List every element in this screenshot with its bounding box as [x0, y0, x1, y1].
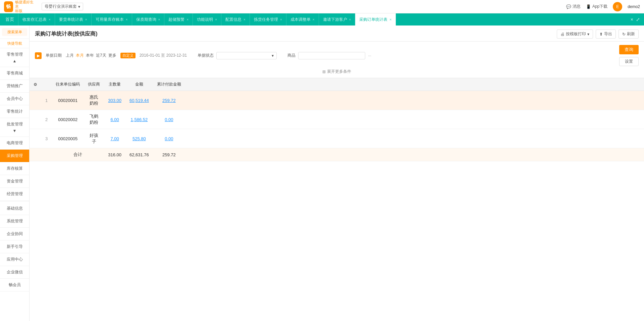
sidebar-item-wholesale[interactable]: 批发管理 ▼ — [0, 118, 29, 137]
close-icon[interactable]: × — [215, 18, 217, 21]
total-row: 合计 316.00 62,631.76 259.72 — [30, 148, 644, 161]
chevron-down-icon: ▾ — [78, 4, 80, 9]
cell-amount[interactable]: 525.80 — [125, 129, 153, 148]
sidebar-item-retail-stat[interactable]: 零售统计 — [0, 105, 29, 118]
tab-home[interactable]: 首页 — [1, 13, 18, 25]
tab-expiry[interactable]: 保质期查询 × — [132, 13, 165, 25]
tab-function[interactable]: 功能说明 × — [193, 13, 221, 25]
app-icon: 📱 — [586, 4, 591, 9]
cell-supplier: 飞鹤奶粉 — [84, 110, 104, 129]
close-icon[interactable]: × — [389, 18, 391, 21]
shortcut-last-month[interactable]: 上月 — [66, 53, 74, 58]
filter-toggle[interactable]: ▶ — [35, 52, 42, 59]
cell-rownum: 3 — [41, 129, 52, 148]
goods-input[interactable] — [298, 52, 365, 59]
cell-paid[interactable]: 0.00 — [153, 110, 185, 129]
refresh-button[interactable]: ↻ 刷新 — [619, 30, 639, 39]
query-button[interactable]: 查询 — [619, 45, 639, 54]
close-icon[interactable]: × — [85, 18, 87, 21]
message-icon: 💬 — [566, 4, 571, 9]
close-icon[interactable]: × — [280, 18, 282, 21]
maximize-icon[interactable]: ⤢ — [636, 17, 640, 22]
col-rownum — [41, 78, 52, 91]
custom-date-tag[interactable]: 自定义 — [120, 53, 136, 58]
export-button[interactable]: ⬆ 导出 — [596, 30, 616, 39]
sidebar-item-retail-shop[interactable]: 零售商城 — [0, 67, 29, 80]
app-download-button[interactable]: 📱 App下载 — [586, 4, 607, 9]
close-icon[interactable]: × — [349, 18, 351, 21]
print-icon: 🖨 — [560, 32, 565, 37]
message-button[interactable]: 💬 消息 — [566, 4, 581, 9]
close-window-icon[interactable]: × — [631, 17, 633, 22]
workspace-selector[interactable]: 母婴行业演示账套 ▾ — [42, 3, 83, 10]
sidebar-item-member[interactable]: 会员中心 — [0, 93, 29, 105]
cell-paid[interactable]: 259.72 — [153, 91, 185, 110]
page-title: 采购订单统计表(按供应商) — [35, 31, 98, 38]
tab-config[interactable]: 配置信息 × — [221, 13, 250, 25]
shortcut-7days[interactable]: 近7天 — [96, 53, 106, 58]
sidebar-item-vip[interactable]: 畅会员 — [0, 279, 29, 291]
tab-invite[interactable]: 邀请下游客户 × — [319, 13, 356, 25]
more-filters-icon[interactable]: ··· — [368, 53, 371, 58]
cell-quantity[interactable]: 303.00 — [104, 91, 125, 110]
status-select[interactable]: ▾ — [216, 52, 277, 59]
tab-actions: × ⤢ — [631, 17, 643, 22]
col-quantity: 主数量 — [104, 78, 125, 91]
avatar: E — [613, 2, 622, 11]
sidebar-item-marketing[interactable]: 营销推广 — [0, 80, 29, 93]
tab-cost-adjust[interactable]: 成本调整单 × — [286, 13, 319, 25]
close-icon[interactable]: × — [186, 18, 189, 21]
col-paid: 累计付款金额 — [153, 78, 185, 91]
cell-code: 00020001 — [52, 91, 84, 110]
print-button[interactable]: 🖨 按模板打印 ▾ — [557, 30, 593, 39]
tab-pick-task[interactable]: 拣货任务管理 × — [250, 13, 286, 25]
sidebar-item-system[interactable]: 系统管理 — [0, 215, 29, 228]
col-extra — [185, 78, 644, 91]
footer-paid: 259.72 — [153, 148, 185, 161]
date-shortcuts: 上月 本月 本年 近7天 更多 — [66, 53, 116, 58]
sidebar-item-appcenter[interactable]: 应用中心 — [0, 253, 29, 266]
topbar-right: 💬 消息 📱 App下载 E demo2 — [566, 2, 640, 11]
close-icon[interactable]: × — [126, 18, 128, 21]
table-row[interactable]: 2 00020002 飞鹤奶粉 6.00 1,586.52 0.00 — [30, 110, 644, 129]
sidebar-item-inventory[interactable]: 库存核算 — [0, 162, 29, 175]
cell-paid[interactable]: 0.00 — [153, 129, 185, 148]
cell-quantity[interactable]: 7.00 — [104, 129, 125, 148]
table-row[interactable]: 1 00020001 惠氏奶粉 303.00 60,519.44 259.72 — [30, 91, 644, 110]
sidebar-item-basic[interactable]: 基础信息 — [0, 202, 29, 215]
tab-purchase-stat[interactable]: 采购订单统计表 × — [355, 13, 396, 25]
tab-order-stat[interactable]: 要货单统计表 × — [55, 13, 92, 25]
sidebar-item-wechat[interactable]: 企业微信 — [0, 266, 29, 279]
sidebar-item-guide[interactable]: 新手引导 — [0, 240, 29, 253]
col-code: 往来单位编码 — [52, 78, 84, 91]
sidebar-item-retail[interactable]: 零售管理 ▲ — [0, 48, 29, 67]
sidebar-item-operation[interactable]: 经营管理 — [0, 188, 29, 201]
status-filter-group: 单据状态 ▾ — [198, 52, 277, 59]
tab-receive-summary[interactable]: 收发存汇总表 × — [18, 13, 55, 25]
user-name[interactable]: demo2 — [628, 4, 640, 9]
shortcut-more[interactable]: 更多 — [108, 53, 116, 58]
close-icon[interactable]: × — [49, 18, 51, 21]
close-icon[interactable]: × — [244, 18, 246, 21]
sidebar-item-finance[interactable]: 资金管理 — [0, 175, 29, 188]
sidebar-quick-nav[interactable]: 快捷导航 — [0, 39, 29, 48]
footer-settings — [30, 148, 41, 161]
footer-amount: 62,631.76 — [125, 148, 153, 161]
search-menu-button[interactable]: 搜索菜单 — [2, 28, 27, 36]
shortcut-this-year[interactable]: 本年 — [86, 53, 94, 58]
cell-quantity[interactable]: 6.00 — [104, 110, 125, 129]
close-icon[interactable]: × — [313, 18, 315, 21]
tab-inventory-book[interactable]: 可用量库存账本 × — [92, 13, 132, 25]
cell-amount[interactable]: 60,519.44 — [125, 91, 153, 110]
expand-icon: ⊞ — [322, 69, 326, 74]
shortcut-this-month[interactable]: 本月 — [76, 53, 84, 58]
tab-overstock[interactable]: 超储预警 × — [164, 13, 193, 25]
close-icon[interactable]: × — [158, 18, 160, 21]
table-row[interactable]: 3 00020005 好孩子 7.00 525.80 0.00 — [30, 129, 644, 148]
sidebar-item-collab[interactable]: 企业协同 — [0, 228, 29, 240]
sidebar-item-purchase[interactable]: 采购管理 — [0, 150, 29, 162]
cell-amount[interactable]: 1,586.52 — [125, 110, 153, 129]
sidebar-item-ecommerce[interactable]: 电商管理 — [0, 137, 29, 150]
setting-button[interactable]: 设置 — [619, 57, 639, 66]
expand-filter-button[interactable]: ⊞ 展开更多条件 — [35, 69, 639, 74]
